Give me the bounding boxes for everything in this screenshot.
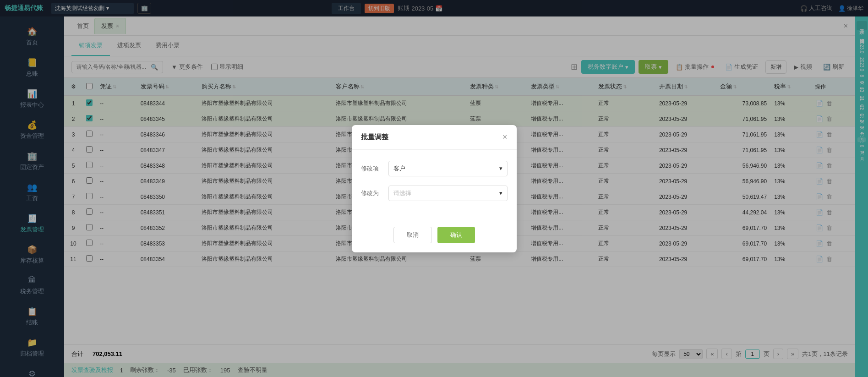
- modify-field-select[interactable]: 客户 ▾: [388, 161, 508, 176]
- modal-header: 批量调整 ×: [352, 125, 517, 150]
- modify-to-dropdown-icon: ▾: [499, 190, 502, 197]
- confirm-button[interactable]: 确认: [437, 227, 475, 243]
- modal-close-button[interactable]: ×: [502, 132, 508, 142]
- modify-to-select[interactable]: 请选择 ▾: [388, 186, 508, 201]
- modify-to-row: 修改为 请选择 ▾: [361, 186, 508, 201]
- modify-field-row: 修改项 客户 ▾: [361, 161, 508, 176]
- modify-field-dropdown-icon: ▾: [499, 165, 502, 172]
- modify-field-value: 客户: [393, 164, 405, 173]
- modal-footer: 取消 确认: [352, 221, 517, 252]
- modal-title: 批量调整: [361, 133, 388, 142]
- modal-overlay[interactable]: 批量调整 × 修改项 客户 ▾ 修改为 请选择 ▾ 取消 确认: [0, 0, 868, 377]
- modify-field-label: 修改项: [361, 164, 388, 173]
- batch-adjust-modal: 批量调整 × 修改项 客户 ▾ 修改为 请选择 ▾ 取消 确认: [352, 125, 517, 252]
- cancel-button[interactable]: 取消: [393, 227, 432, 243]
- modify-to-placeholder: 请选择: [393, 189, 411, 197]
- modify-to-label: 修改为: [361, 189, 388, 197]
- modal-body: 修改项 客户 ▾ 修改为 请选择 ▾: [352, 150, 517, 221]
